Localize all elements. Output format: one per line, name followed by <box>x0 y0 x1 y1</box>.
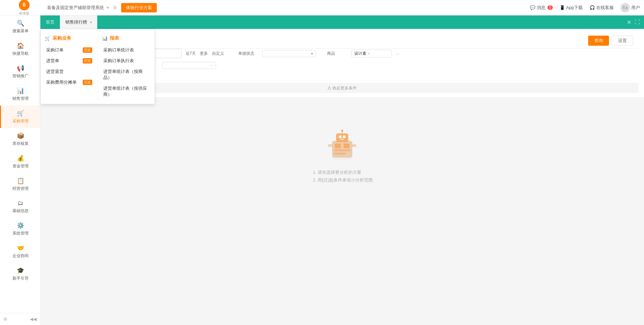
svg-rect-4 <box>334 149 351 151</box>
sidebar-item-marketing[interactable]: 📢 营销推广 <box>0 60 40 83</box>
svg-rect-8 <box>343 135 346 138</box>
report-col: 📊 报表 采购订单统计表 采购订单执行表 进货单统计表（按商品） 进货单统计表（… <box>98 33 155 100</box>
logo-icon: 6 <box>19 0 30 10</box>
empty-tips: 请先选择要分析的方案 用[过滤]条件来缩小分析范围 <box>312 168 372 184</box>
finance-icon: 💰 <box>17 155 24 162</box>
doc-status-label: 单据状态 <box>238 51 258 56</box>
tab-close-window-icon[interactable]: ✕ <box>627 19 631 26</box>
online-service-btn[interactable]: 🎧 在线客服 <box>589 5 614 11</box>
dropdown-purchase-expense[interactable]: 采购费用分摊单 历史 <box>45 77 94 88</box>
purchase-col-label: 采购业务 <box>52 35 71 41</box>
header-title: 装备及固定资产辅助管理系统 ▾ ⚙ <box>47 5 117 11</box>
purchase-col-title: 🛒 采购业务 <box>45 33 94 45</box>
po-stat-label: 采购订单统计表 <box>103 47 134 53</box>
svg-point-11 <box>341 130 343 132</box>
tab-current-label: 销售排行榜 <box>65 19 87 25</box>
empty-svg <box>322 124 362 164</box>
system-icon: ⚙️ <box>17 222 24 229</box>
inbound-stat-goods-label: 进货单统计表（按商品） <box>103 69 149 81</box>
empty-tip-2: 用[过滤]条件来缩小分析范围 <box>318 176 372 184</box>
sidebar-item-system[interactable]: ⚙️ 系统管理 <box>0 218 40 240</box>
settings-button[interactable]: 设置 <box>612 36 633 46</box>
message-btn[interactable]: 💬 消息 5 <box>530 5 553 11</box>
collapse-text: 收起更多条件 <box>332 86 357 90</box>
svg-rect-5 <box>334 153 346 155</box>
sidebar-label-system: 系统管理 <box>12 231 29 236</box>
salesperson-more[interactable]: ··· <box>209 63 213 68</box>
purchase-expense-label: 采购费用分摊单 <box>46 79 77 85</box>
tab-home-label: 首页 <box>46 19 55 25</box>
app-download-btn[interactable]: 📱 App下载 <box>560 5 583 11</box>
sidebar-bottom: ⚙ ◀◀ <box>0 313 40 325</box>
sidebar-item-finance[interactable]: 💰 资金管理 <box>0 151 40 173</box>
dropdown-inbound[interactable]: 进货单 历史 <box>45 55 94 66</box>
enterprise-icon: 🤝 <box>17 244 24 252</box>
goods-tag-value: 设计素 <box>354 51 366 56</box>
shortcut-custom[interactable]: 自定义 <box>212 51 224 56</box>
empty-tip-1: 请先选择要分析的方案 <box>318 168 372 176</box>
tab-home[interactable]: 首页 <box>40 15 60 29</box>
purchase-expense-hist: 历史 <box>83 80 92 85</box>
sales-icon: 📊 <box>17 87 24 94</box>
doc-status-dropdown-icon[interactable]: ▾ <box>311 51 313 56</box>
tab-bar: 首页 销售排行榜 × ✕ ⛶ <box>40 15 644 29</box>
sidebar-label-marketing: 营销推广 <box>12 73 29 79</box>
svg-rect-3 <box>344 144 350 148</box>
home-icon: 🏠 <box>17 42 24 49</box>
tab-maximize-icon[interactable]: ⛶ <box>635 19 640 25</box>
goods-tag-close[interactable]: × <box>368 51 370 55</box>
system-title: 装备及固定资产辅助管理系统 <box>47 5 104 11</box>
sidebar: 🔍 搜索菜单 🏠 快捷导航 📢 营销推广 📊 销售管理 🛒 采购管理 📦 库存核… <box>0 15 40 325</box>
sidebar-item-search[interactable]: 🔍 搜索菜单 <box>0 15 40 38</box>
settings-gear-icon[interactable]: ⚙ <box>113 5 117 10</box>
query-button[interactable]: 查询 <box>588 36 609 46</box>
sidebar-item-operations[interactable]: 📋 经营管理 <box>0 173 40 196</box>
title-dropdown-icon[interactable]: ▾ <box>107 5 109 10</box>
bottom-settings-icon[interactable]: ⚙ <box>3 317 7 322</box>
sidebar-item-inventory[interactable]: 📦 库存核算 <box>0 128 40 151</box>
svg-rect-6 <box>336 133 348 142</box>
goods-more-icon[interactable]: ··· <box>396 51 399 56</box>
report-col-title: 📊 报表 <box>102 33 151 45</box>
dropdown-po-stat[interactable]: 采购订单统计表 <box>102 45 151 55</box>
dropdown-po-exec[interactable]: 采购订单执行表 <box>102 55 151 66</box>
message-icon: 💬 <box>530 5 535 10</box>
phone-icon: 📱 <box>560 5 565 10</box>
sidebar-item-newbie[interactable]: 🎓 新手引导 <box>0 263 40 285</box>
header-right: 💬 消息 5 📱 App下载 🎧 在线客服 Ea 用户 <box>530 3 640 12</box>
purchase-dropdown-menu: 🛒 采购业务 采购订单 历史 进货单 历史 进货退货 采购费用分摊单 历史 📊 … <box>40 29 155 104</box>
sidebar-label-basic: 基础信息 <box>12 208 29 214</box>
dropdown-inbound-stat-supplier[interactable]: 进货单统计表（按供应商） <box>102 83 151 100</box>
dropdown-inbound-return[interactable]: 进货退货 <box>45 66 94 77</box>
tab-sales-ranking[interactable]: 销售排行榜 × <box>60 15 97 29</box>
sidebar-item-quick-nav[interactable]: 🏠 快捷导航 <box>0 38 40 60</box>
sidebar-item-purchase[interactable]: 🛒 采购管理 <box>0 106 40 128</box>
shortcut-more[interactable]: 更多 <box>200 51 208 56</box>
report-col-label: 报表 <box>110 35 119 41</box>
bottom-collapse-icon[interactable]: ◀◀ <box>30 317 37 322</box>
sidebar-item-enterprise[interactable]: 🤝 企业协同 <box>0 240 40 263</box>
newbie-icon: 🎓 <box>17 267 24 274</box>
app-download-label: App下载 <box>566 5 583 11</box>
message-badge: 5 <box>547 5 553 10</box>
sidebar-label-search: 搜索菜单 <box>12 28 29 34</box>
dropdown-inbound-stat-goods[interactable]: 进货单统计表（按商品） <box>102 66 151 83</box>
goods-label: 商品 <box>327 51 347 56</box>
sidebar-item-sales[interactable]: 📊 销售管理 <box>0 83 40 106</box>
inbound-return-label: 进货退货 <box>46 69 64 75</box>
industry-btn[interactable]: 体验行业方案 <box>121 3 157 12</box>
collapse-icon: ⋀ <box>328 86 331 90</box>
inbound-label: 进货单 <box>46 58 59 64</box>
user-menu-btn[interactable]: Ea 用户 <box>620 3 640 12</box>
tab-close-icon[interactable]: × <box>90 20 92 24</box>
basic-icon: 🗂 <box>17 200 24 207</box>
headset-icon: 🎧 <box>589 5 595 10</box>
svg-rect-2 <box>335 144 341 148</box>
inventory-icon: 📦 <box>17 132 24 139</box>
sidebar-label-finance: 资金管理 <box>12 163 29 169</box>
sidebar-label-operations: 经营管理 <box>12 186 29 192</box>
purchase-col: 🛒 采购业务 采购订单 历史 进货单 历史 进货退货 采购费用分摊单 历史 <box>41 33 98 100</box>
dropdown-purchase-order[interactable]: 采购订单 历史 <box>45 45 94 55</box>
sidebar-item-basic[interactable]: 🗂 基础信息 <box>0 196 40 218</box>
shortcut-7days[interactable]: 近7天 <box>186 51 196 56</box>
